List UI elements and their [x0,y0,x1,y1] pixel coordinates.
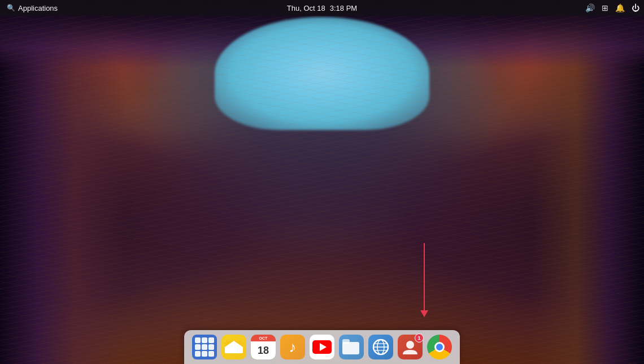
files-icon [339,335,364,359]
dock-item-youtube[interactable] [310,335,334,359]
contacts-badge: 1 [415,333,424,343]
calendar-day: 18 [251,341,276,359]
yt-play-button [312,340,332,354]
arrow-indicator [424,243,425,317]
wave-lines [0,0,644,364]
mg-cell-8 [202,351,207,357]
panel-right: 🔊 ⊞ 🔔 ⏻ [585,3,639,12]
chrome-inner-circle [434,342,445,352]
dock: OCT 18 ♪ [184,330,460,364]
time-display: 3:18 PM [330,4,357,12]
top-panel: 🔍 Applications Thu, Oct 18 3:18 PM 🔊 ⊞ 🔔… [0,0,644,16]
mosaic-app-icon [192,335,217,359]
youtube-icon [310,335,334,359]
dock-item-contacts[interactable]: 1 [398,335,423,359]
mg-cell-7 [195,351,201,357]
mg-cell-4 [195,344,201,350]
music-icon: ♪ [280,335,305,359]
panel-center: Thu, Oct 18 3:18 PM [287,4,357,12]
dock-item-browser[interactable] [368,335,393,359]
dock-item-mail[interactable] [221,335,246,359]
power-icon[interactable]: ⏻ [632,3,639,12]
mg-cell-1 [195,337,201,343]
mg-cell-3 [208,337,214,343]
panel-left: 🔍 Applications [5,3,60,14]
browser-svg [372,339,389,356]
chrome-icon [427,335,452,359]
contacts-icon: 1 [398,335,423,359]
dock-item-files[interactable] [339,335,364,359]
mosaic-grid [195,337,214,357]
desktop: 🔍 Applications Thu, Oct 18 3:18 PM 🔊 ⊞ 🔔… [0,0,644,364]
yt-triangle [320,343,327,351]
mg-cell-2 [202,337,207,343]
svg-rect-0 [342,342,359,354]
search-icon: 🔍 [7,4,15,12]
dock-item-mosaic[interactable] [192,335,217,359]
music-note-symbol: ♪ [289,339,297,356]
mg-cell-9 [208,351,214,357]
dock-item-music[interactable]: ♪ [280,335,305,359]
calendar-header: OCT [251,335,276,341]
notification-icon[interactable]: 🔔 [615,3,625,12]
mg-cell-6 [208,344,214,350]
mail-icon [221,335,246,359]
browser-icon [368,335,393,359]
files-svg [342,339,360,355]
calendar-icon: OCT 18 [251,335,276,359]
envelope-shape [225,341,243,353]
svg-rect-1 [342,339,350,344]
mg-cell-5 [202,344,207,350]
dock-item-chrome[interactable] [427,335,452,359]
display-icon[interactable]: ⊞ [602,3,608,12]
sound-icon[interactable]: 🔊 [585,3,595,12]
applications-button[interactable]: 🔍 Applications [5,3,60,14]
dock-item-calendar[interactable]: OCT 18 [251,335,276,359]
date-display: Thu, Oct 18 [287,4,325,12]
svg-point-7 [406,341,414,349]
applications-label: Applications [18,4,58,12]
